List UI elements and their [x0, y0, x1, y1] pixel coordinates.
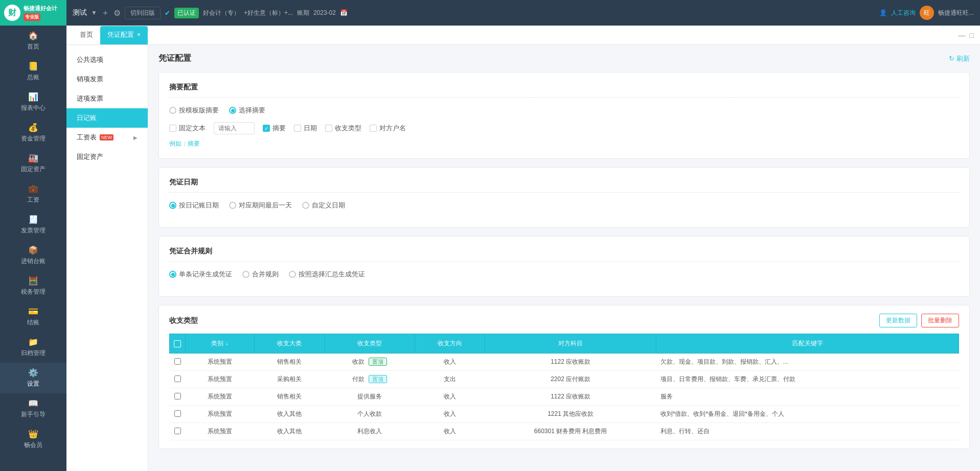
left-nav-item-payroll-table[interactable]: 工资表 NEW ▶	[66, 128, 148, 147]
row-4-checkbox[interactable]	[174, 410, 181, 417]
left-nav-item-public[interactable]: 公共选项	[66, 50, 148, 69]
batch-delete-button[interactable]: 批量删除	[921, 314, 959, 327]
sidebar-item-archive[interactable]: 📁 归档管理	[0, 332, 66, 363]
radio-period-last[interactable]: 对应期间最后一天	[229, 201, 292, 210]
master-checkbox[interactable]	[174, 340, 181, 347]
summary-section: 摘要配置 按模板版摘要 选择摘要	[158, 72, 970, 159]
radio-merge-rule[interactable]: 合并规则	[242, 270, 279, 279]
row-1-checkbox[interactable]	[174, 358, 181, 365]
switch-version-button[interactable]: 切到旧版	[125, 7, 161, 19]
checkbox-fixed-text[interactable]: 固定文本	[169, 124, 206, 133]
table-row: 系统预置 销售相关 提供服务 收入 1122 应收账款 服务	[170, 388, 959, 406]
fixed-text-input[interactable]	[214, 122, 255, 134]
page-header: 凭证配置 ↻ 刷新	[158, 53, 970, 64]
row-2-checkbox[interactable]	[174, 375, 181, 382]
row-direction: 收入	[415, 406, 485, 423]
table-header-keywords: 匹配关键字	[656, 334, 959, 354]
checkbox-box-counterparty	[370, 125, 377, 132]
topbar: 测试 ▼ ＋ ⚙ 切到旧版 ✔ 已认证 好会计（专） +好生意（标）+... 账…	[66, 0, 980, 26]
row-checkbox[interactable]	[170, 423, 186, 440]
home-icon: 🏠	[28, 31, 38, 40]
period-label: 账期	[297, 9, 309, 17]
sidebar-item-home[interactable]: 🏠 首页	[0, 26, 66, 56]
row-direction: 收入	[415, 423, 485, 440]
settle-icon: 💳	[28, 307, 38, 316]
maximize-button[interactable]: □	[970, 31, 974, 39]
radio-summary-total[interactable]: 按照选择汇总生成凭证	[289, 270, 365, 279]
update-data-button[interactable]: 更新数据	[879, 314, 917, 327]
table-actions: 更新数据 批量删除	[879, 314, 959, 327]
radio-single-record[interactable]: 单条记录生成凭证	[169, 270, 232, 279]
merge-rules-section: 凭证合并规则 单条记录生成凭证 合并规则 按照选择汇总生成凭证	[158, 236, 970, 297]
logo-text: 畅捷通好会计 专业版	[24, 5, 57, 20]
checkbox-date[interactable]: 日期	[294, 124, 317, 133]
calendar-icon[interactable]: 📅	[340, 9, 348, 16]
row-3-checkbox[interactable]	[174, 393, 181, 399]
row-5-checkbox[interactable]	[174, 428, 181, 434]
minimize-button[interactable]: —	[959, 31, 966, 39]
summary-radio-group: 按模板版摘要 选择摘要	[169, 106, 959, 115]
tab-close-icon[interactable]: ×	[137, 31, 141, 38]
topbar-add-icon[interactable]: ＋	[101, 8, 109, 18]
left-nav-item-journal[interactable]: 日记账	[66, 108, 148, 128]
sidebar-item-reports[interactable]: 📊 报表中心	[0, 87, 66, 117]
sidebar-item-settings[interactable]: ⚙️ 设置	[0, 363, 66, 393]
reports-icon: 📊	[28, 92, 38, 102]
sidebar-item-assets[interactable]: 🏭 固定资产	[0, 148, 66, 179]
sidebar-item-ledger[interactable]: 📒 总账	[0, 56, 66, 87]
row-checkbox[interactable]	[170, 371, 186, 388]
tab-voucher-config[interactable]: 凭证配置 ×	[100, 26, 148, 44]
sidebar-item-invoice-mgmt[interactable]: 🧾 发票管理	[0, 209, 66, 240]
checkbox-box-summary: ✓	[263, 125, 270, 132]
row-keywords: 利息、行转、还自	[656, 423, 959, 440]
refresh-button[interactable]: ↻ 刷新	[949, 54, 970, 63]
radio-journal-date[interactable]: 按日记账日期	[169, 201, 219, 210]
row-checkbox[interactable]	[170, 354, 186, 371]
settings-icon: ⚙️	[28, 368, 38, 378]
purchase-icon: 📦	[28, 245, 38, 255]
radio-circle-merge-rule	[242, 271, 249, 278]
consultant-label[interactable]: 人工咨询	[891, 9, 916, 17]
page-content: 凭证配置 ↻ 刷新 摘要配置 按模板版摘要	[148, 45, 980, 471]
income-expense-section: 收支类型 更新数据 批量删除 类别 ↓ 收支大类	[158, 305, 970, 449]
row-major-type: 采购相关	[255, 371, 325, 388]
checkbox-counterparty[interactable]: 对方户名	[370, 124, 406, 133]
checkbox-type[interactable]: 收支类型	[325, 124, 361, 133]
row-category: 系统预置	[186, 388, 255, 406]
checkbox-summary[interactable]: ✓ 摘要	[263, 124, 286, 133]
row-keywords: 欠款、现金、项目款、到款、报销款、汇入、...	[656, 354, 959, 371]
sidebar-item-guide[interactable]: 📖 新手引导	[0, 393, 66, 424]
sidebar-item-tax[interactable]: 🧮 税务管理	[0, 271, 66, 301]
sidebar-item-vip[interactable]: 👑 畅会员	[0, 424, 66, 455]
left-nav-item-purchase-invoice[interactable]: 进项发票	[66, 89, 148, 108]
sidebar-item-purchase[interactable]: 📦 进销台账	[0, 240, 66, 271]
radio-custom-date[interactable]: 自定义日期	[302, 201, 345, 210]
row-direction: 支出	[415, 371, 485, 388]
row-category: 系统预置	[186, 371, 255, 388]
row-sub-type: 个人收款	[325, 406, 415, 423]
voucher-date-radio-group: 按日记账日期 对应期间最后一天 自定义日期	[169, 201, 959, 210]
row-checkbox[interactable]	[170, 406, 186, 423]
tab-home[interactable]: 首页	[73, 26, 100, 44]
tabs-right-actions: — □	[959, 31, 974, 39]
topbar-settings-icon[interactable]: ⚙	[113, 8, 121, 18]
row-checkbox[interactable]	[170, 388, 186, 406]
sidebar-item-settle[interactable]: 💳 结账	[0, 301, 66, 332]
radio-dot-journal-date	[171, 204, 175, 207]
row-major-type: 销售相关	[255, 354, 325, 371]
row-category: 系统预置	[186, 406, 255, 423]
left-nav-item-fixed-assets[interactable]: 固定资产	[66, 147, 148, 167]
topbar-dropdown-icon[interactable]: ▼	[91, 9, 97, 16]
table-header-account: 对方科目	[485, 334, 656, 354]
sidebar-item-salary[interactable]: 💼 工资	[0, 179, 66, 209]
radio-template-summary[interactable]: 按模板版摘要	[169, 106, 219, 115]
row-major-type: 销售相关	[255, 388, 325, 406]
sidebar-item-funds[interactable]: 💰 资金管理	[0, 117, 66, 148]
left-nav-item-sales-invoice[interactable]: 销项发票	[66, 69, 148, 89]
topbar-title: 测试	[73, 8, 87, 17]
radio-select-summary[interactable]: 选择摘要	[229, 106, 265, 115]
left-nav: 公共选项 销项发票 进项发票 日记账 工资表 NEW ▶ 固定资产	[66, 45, 148, 471]
voucher-date-section: 凭证日期 按日记账日期 对应期间最后一天 自定义日期	[158, 167, 970, 228]
row-sub-type: 付款 置顶	[325, 371, 415, 388]
user-name: 畅捷通旺旺...	[938, 9, 974, 17]
